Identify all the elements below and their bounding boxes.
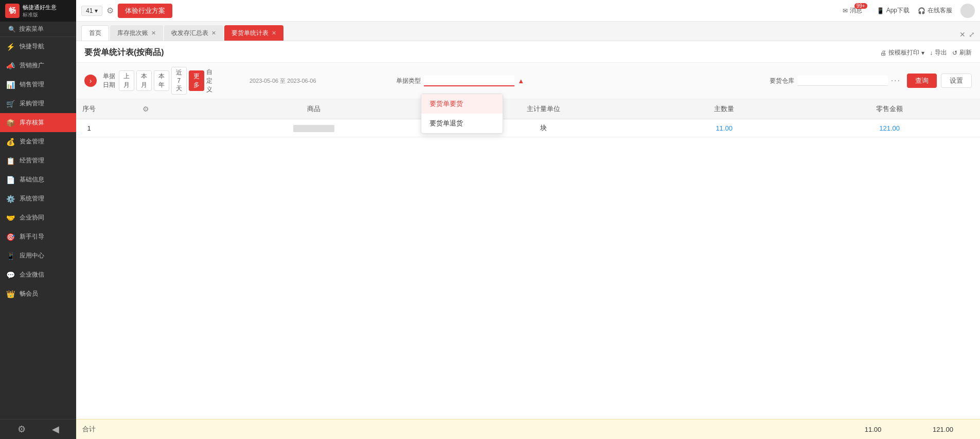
cell-product — [190, 119, 437, 137]
sidebar-footer: ⚙ ◀ — [0, 419, 76, 439]
topbar-right: ✉ 消息 99+ 📱 App下载 🎧 在线客服 — [843, 4, 975, 18]
topbar-gear-icon[interactable]: ⚙ — [106, 6, 114, 15]
dropdown-item-order-return[interactable]: 要货单退货 — [421, 114, 503, 133]
member-icon: 👑 — [5, 290, 15, 298]
marketing-icon: 📣 — [5, 62, 15, 70]
filter-type-input[interactable] — [424, 76, 514, 86]
system-icon: ⚙️ — [5, 195, 15, 203]
sidebar-item-wechat[interactable]: 💬 企业微信 — [0, 265, 76, 284]
sidebar-item-member[interactable]: 👑 畅会员 — [0, 284, 76, 303]
sidebar-item-purchase[interactable]: 🛒 采购管理 — [0, 94, 76, 113]
tab-home[interactable]: 首页 — [81, 25, 109, 41]
inventory-icon: 📦 — [5, 119, 15, 127]
filter-type-label: 单据类型 — [396, 77, 421, 85]
table-settings-icon[interactable]: ⚙ — [142, 105, 149, 113]
sidebar: 畅 畅捷通好生意 标准版 🔍 搜索菜单 ⚡ 快捷导航 📣 营销推广 📊 销售管理… — [0, 0, 76, 439]
tab-close-all-button[interactable]: ✕ — [959, 30, 966, 39]
product-blurred — [293, 125, 334, 132]
topbar-number: 41 ▾ — [81, 6, 102, 16]
filter-warehouse-group: 要货仓库 ··· — [770, 76, 901, 86]
trial-button[interactable]: 体验行业方案 — [118, 4, 172, 18]
settings-footer-icon[interactable]: ⚙ — [17, 424, 26, 435]
settings-button[interactable]: 设置 — [941, 74, 972, 88]
sidebar-item-basic-info[interactable]: 📄 基础信息 — [0, 170, 76, 189]
filter-date-custom[interactable]: 自定义 — [206, 68, 212, 94]
tab-maximize-button[interactable]: ⤢ — [969, 30, 975, 39]
tab-receivable-summary[interactable]: 收发存汇总表 ✕ — [164, 25, 223, 41]
sidebar-item-system[interactable]: ⚙️ 系统管理 — [0, 189, 76, 208]
filter-warehouse-input[interactable] — [797, 76, 888, 86]
filter-date-this-year[interactable]: 本年 — [154, 70, 169, 91]
sidebar-item-marketing[interactable]: 📣 营销推广 — [0, 56, 76, 75]
query-button[interactable]: 查询 — [907, 74, 937, 88]
table-row: 1 块 11.00 121.00 — [76, 119, 980, 137]
footer-amount: 121.00 — [933, 426, 953, 433]
filter-type-caret[interactable]: ▲ — [518, 77, 524, 85]
app-download-button[interactable]: 📱 App下载 — [877, 6, 910, 15]
app-center-icon: 📱 — [5, 252, 15, 260]
basic-info-icon: 📄 — [5, 176, 15, 184]
data-table: 序号 ⚙ 商品 主计量单位 主数量 零售金额 1 — [76, 99, 980, 137]
main-area: 41 ▾ ⚙ 体验行业方案 ✉ 消息 99+ 📱 App下载 🎧 在线客服 — [76, 0, 980, 439]
sidebar-item-inventory[interactable]: 📦 库存核算 — [0, 113, 76, 132]
app-download-icon: 📱 — [877, 7, 884, 14]
topbar-left: 41 ▾ ⚙ 体验行业方案 — [81, 4, 172, 18]
table-header-row: 序号 ⚙ 商品 主计量单位 主数量 零售金额 — [76, 99, 980, 119]
enterprise-icon: 🤝 — [5, 214, 15, 222]
amount-link[interactable]: 121.00 — [879, 124, 900, 132]
user-avatar[interactable] — [960, 4, 975, 18]
cell-row-num: 1 — [76, 119, 102, 137]
filter-actions: 查询 设置 — [907, 74, 972, 88]
tab-order-stats[interactable]: 要货单统计表 ✕ — [224, 25, 283, 41]
tab-batch-account[interactable]: 库存批次账 ✕ — [110, 25, 163, 41]
sidebar-search[interactable]: 🔍 搜索菜单 — [0, 22, 76, 37]
filter-more-dots[interactable]: ··· — [891, 76, 901, 85]
app-logo: 畅 — [5, 4, 20, 18]
filter-bar: › 单据日期 上月 本月 本年 近7天 更多 自定义 2023-05-06 至 … — [76, 62, 980, 99]
filter-date-7days[interactable]: 近7天 — [171, 67, 187, 95]
filter-date-this-month[interactable]: 本月 — [136, 70, 152, 91]
sidebar-item-finance[interactable]: 💰 资金管理 — [0, 132, 76, 151]
sales-icon: 📊 — [5, 81, 15, 89]
export-button[interactable]: ↓ 导出 — [930, 48, 947, 57]
sidebar-item-guide[interactable]: 🎯 新手引导 — [0, 227, 76, 246]
dropdown-item-order-goods[interactable]: 要货单要货 — [421, 94, 503, 114]
collapse-footer-icon[interactable]: ◀ — [52, 424, 59, 435]
tab-close-order-stats[interactable]: ✕ — [272, 30, 276, 36]
guide-icon: 🎯 — [5, 233, 15, 241]
print-icon: 🖨 — [880, 49, 886, 57]
filter-date-prev-month[interactable]: 上月 — [119, 70, 134, 91]
table-area: 序号 ⚙ 商品 主计量单位 主数量 零售金额 1 — [76, 99, 980, 419]
search-icon: 🔍 — [8, 26, 16, 33]
col-header-row-num: 序号 — [76, 99, 102, 119]
refresh-icon: ↺ — [952, 49, 957, 57]
content-area: 要货单统计表(按商品) 🖨 按模板打印 ▾ ↓ 导出 ↺ 刷新 › — [76, 41, 980, 439]
footer-quantity: 11.00 — [865, 426, 882, 433]
online-service-button[interactable]: 🎧 在线客服 — [918, 6, 952, 15]
quantity-link[interactable]: 11.00 — [716, 124, 733, 132]
refresh-button[interactable]: ↺ 刷新 — [952, 48, 972, 57]
filter-expand-button[interactable]: › — [84, 75, 97, 87]
filter-date-more[interactable]: 更多 — [189, 70, 204, 91]
page-title: 要货单统计表(按商品) — [84, 47, 164, 58]
finance-icon: 💰 — [5, 138, 15, 146]
tab-close-receivable-summary[interactable]: ✕ — [211, 30, 216, 36]
purchase-icon: 🛒 — [5, 100, 15, 108]
filter-date-label: 单据日期 — [103, 72, 116, 89]
cell-quantity: 11.00 — [649, 119, 799, 137]
sidebar-item-app-center[interactable]: 📱 应用中心 — [0, 246, 76, 265]
sidebar-item-enterprise[interactable]: 🤝 企业协同 — [0, 208, 76, 227]
sidebar-item-quick-nav[interactable]: ⚡ 快捷导航 — [0, 37, 76, 56]
page-header: 要货单统计表(按商品) 🖨 按模板打印 ▾ ↓ 导出 ↺ 刷新 — [76, 41, 980, 62]
chevron-down-icon: ▾ — [95, 7, 98, 14]
sidebar-item-sales[interactable]: 📊 销售管理 — [0, 75, 76, 94]
tab-close-batch-account[interactable]: ✕ — [151, 30, 156, 36]
tabbar: 首页 库存批次账 ✕ 收发存汇总表 ✕ 要货单统计表 ✕ ✕ ⤢ — [76, 22, 980, 41]
message-button[interactable]: ✉ 消息 99+ — [843, 6, 862, 15]
quick-nav-icon: ⚡ — [5, 43, 15, 51]
filter-type-group: 单据类型 ▲ — [396, 76, 524, 86]
col-header-amount: 零售金额 — [799, 99, 980, 119]
sidebar-item-operations[interactable]: 📋 经营管理 — [0, 151, 76, 170]
print-button[interactable]: 🖨 按模板打印 ▾ — [880, 48, 924, 57]
col-header-settings[interactable]: ⚙ — [102, 99, 190, 119]
